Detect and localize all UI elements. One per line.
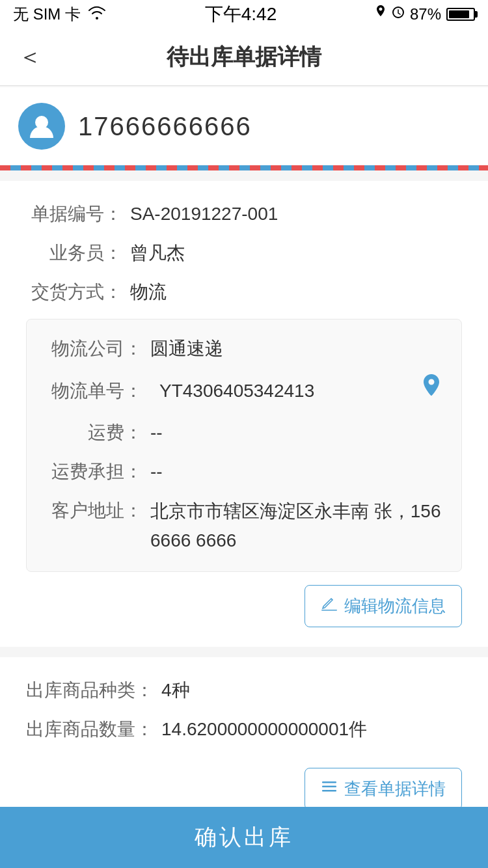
battery-icon [446,8,475,21]
salesman-row: 业务员： 曾凡杰 [26,239,462,267]
confirm-button[interactable]: 确认出库 [26,822,462,852]
svg-rect-3 [322,781,336,783]
quantity-value: 14.62000000000000​01件 [161,716,462,743]
order-no-value: SA-20191227-001 [130,200,462,228]
wifi-icon [87,5,107,23]
logistics-card: 物流公司： 圆通速递 物流单号： YT43064053424​13 运费： --… [26,319,462,572]
edit-icon [321,595,338,617]
location-status-icon [375,5,386,23]
status-time: 下午4:42 [205,2,277,27]
freight-bear-label: 运费承担： [46,458,150,485]
status-left: 无 SIM 卡 [13,4,107,25]
status-right: 87% [375,5,475,23]
svg-rect-4 [322,785,336,787]
nav-bar: ＜ 待出库单据详情 [0,29,488,86]
category-row: 出库商品种类： 4种 [26,677,462,704]
user-header: 17666666666 [0,87,488,165]
freight-bear-row: 运费承担： -- [46,458,442,485]
quantity-row: 出库商品数量： 14.62000000000000​01件 [26,716,462,743]
edit-logistics-label: 编辑物流信息 [344,595,446,617]
tracking-label: 物流单号： [46,377,150,405]
freight-row: 运费： -- [46,419,442,446]
page-title: 待出库单据详情 [167,42,321,72]
salesman-label: 业务员： [26,239,130,267]
address-value: 北京市市辖区海淀区永丰南 张，156 6666 6666 [150,497,442,556]
list-icon [321,778,338,800]
status-bar: 无 SIM 卡 下午4:42 87% [0,0,488,29]
delivery-label: 交货方式： [26,278,130,306]
delivery-row: 交货方式： 物流 [26,278,462,306]
confirm-btn-container: 确认出库 [0,807,488,868]
freight-bear-value: -- [150,458,442,485]
company-label: 物流公司： [46,335,150,362]
quantity-label: 出库商品数量： [26,716,161,743]
svg-rect-2 [321,610,337,611]
edit-logistics-button[interactable]: 编辑物流信息 [305,585,462,627]
salesman-value: 曾凡杰 [130,239,462,267]
company-row: 物流公司： 圆通速递 [46,335,442,362]
tracking-row: 物流单号： YT43064053424​13 [46,374,442,407]
svg-rect-5 [322,790,336,792]
category-label: 出库商品种类： [26,677,161,704]
stats-section: 出库商品种类： 4种 出库商品数量： 14.62000000000000​01件… [0,657,488,830]
order-no-row: 单据编号： SA-20191227-001 [26,200,462,228]
view-details-label: 查看单据详情 [344,778,446,800]
tracking-value: YT43064053424​13 [159,377,412,405]
basic-info-section: 单据编号： SA-20191227-001 业务员： 曾凡杰 交货方式： 物流 … [0,181,488,647]
user-phone: 17666666666 [78,112,252,141]
map-pin-icon[interactable] [421,374,442,407]
carrier-text: 无 SIM 卡 [13,4,81,25]
freight-label: 运费： [46,419,150,446]
battery-text: 87% [410,5,441,23]
view-details-button[interactable]: 查看单据详情 [305,768,462,810]
order-no-label: 单据编号： [26,200,130,228]
back-button[interactable]: ＜ [18,41,42,73]
dashed-divider [0,165,488,170]
address-label: 客户地址： [46,497,150,524]
address-row: 客户地址： 北京市市辖区海淀区永丰南 张，156 6666 6666 [46,497,442,556]
category-value: 4种 [161,677,462,704]
alarm-icon [392,5,405,23]
delivery-value: 物流 [130,278,462,306]
freight-value: -- [150,419,442,446]
user-avatar [18,103,65,150]
company-value: 圆通速递 [150,335,442,362]
